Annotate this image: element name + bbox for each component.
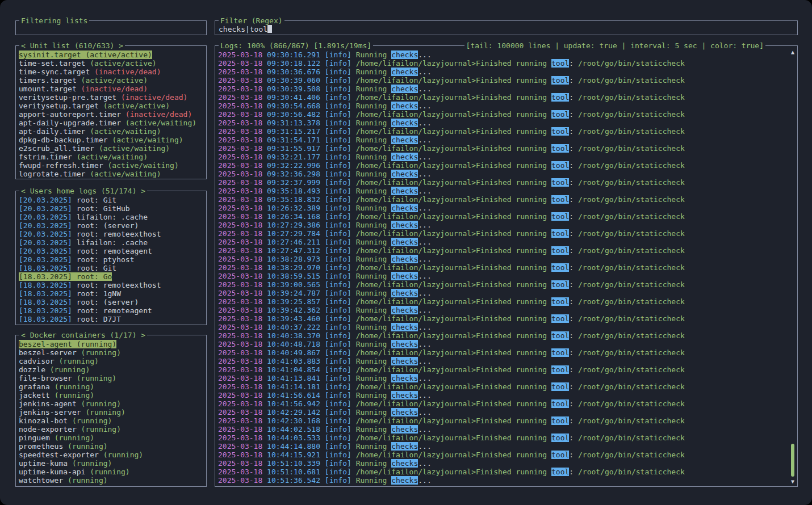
log-line[interactable]: 2025-03-18 10:39:25.857 [info] /home/lif… bbox=[218, 297, 785, 306]
docker-container-item[interactable]: cadvisor (running) bbox=[19, 357, 203, 365]
log-line[interactable]: 2025-03-18 10:26:32.389 [info] Running c… bbox=[218, 204, 785, 212]
unit-list-item[interactable]: apt-daily-upgrade.timer (active/waiting) bbox=[19, 119, 203, 127]
users-log-item[interactable]: [20.03.2025] root: GitHub bbox=[19, 204, 203, 213]
docker-container-item[interactable]: jenkins-agent (running) bbox=[19, 399, 203, 408]
logs-scrollbar[interactable]: ▲ ▼ bbox=[789, 48, 796, 485]
unit-list-item[interactable]: logrotate.timer (active/waiting) bbox=[19, 170, 203, 178]
log-line[interactable]: 2025-03-18 10:41:56.614 [info] Running c… bbox=[218, 391, 785, 399]
log-line[interactable]: 2025-03-18 10:41:03.883 [info] Running c… bbox=[218, 357, 785, 365]
unit-list-item[interactable]: apt-daily.timer (active/waiting) bbox=[19, 127, 203, 136]
log-line[interactable]: 2025-03-18 10:41:04.854 [info] /home/lif… bbox=[218, 365, 785, 374]
users-log-item[interactable]: [18.03.2025] root: remoteexthost bbox=[19, 281, 203, 289]
users-log-item[interactable]: [18.03.2025] root: 1gNW bbox=[19, 289, 203, 298]
docker-container-item[interactable]: pinguem (running) bbox=[19, 434, 203, 442]
log-line[interactable]: 2025-03-18 09:32:36.298 [info] Running c… bbox=[218, 170, 785, 178]
users-log-item[interactable]: [20.03.2025] root: ptyhost bbox=[19, 255, 203, 264]
users-log-item[interactable]: [20.03.2025] root: remoteagent bbox=[19, 247, 203, 255]
log-line[interactable]: 2025-03-18 10:39:43.460 [info] /home/lif… bbox=[218, 314, 785, 323]
docker-container-item[interactable]: watchtower (running) bbox=[19, 476, 203, 485]
users-log-item[interactable]: [18.03.2025] root: (server) bbox=[19, 298, 203, 306]
log-line[interactable]: 2025-03-18 09:30:54.668 [info] Running c… bbox=[218, 102, 785, 110]
log-line[interactable]: 2025-03-18 09:35:18.832 [info] /home/lif… bbox=[218, 195, 785, 204]
log-line[interactable]: 2025-03-18 10:41:13.841 [info] Running c… bbox=[218, 374, 785, 382]
log-line[interactable]: 2025-03-18 10:44:02.518 [info] Running c… bbox=[218, 425, 785, 434]
docker-container-item[interactable]: speedtest-exporter (running) bbox=[19, 451, 203, 459]
log-line[interactable]: 2025-03-18 09:32:37.999 [info] /home/lif… bbox=[218, 178, 785, 187]
log-line[interactable]: 2025-03-18 09:32:22.996 [info] /home/lif… bbox=[218, 161, 785, 170]
log-line[interactable]: 2025-03-18 10:40:37.222 [info] Running c… bbox=[218, 323, 785, 331]
docker-container-item[interactable]: kinozal-bot (running) bbox=[19, 416, 203, 425]
log-line[interactable]: 2025-03-18 10:26:34.168 [info] /home/lif… bbox=[218, 212, 785, 221]
log-line[interactable]: 2025-03-18 10:51:10.339 [info] Running c… bbox=[218, 459, 785, 468]
log-line[interactable]: 2025-03-18 09:30:39.060 [info] /home/lif… bbox=[218, 76, 785, 85]
log-line[interactable]: 2025-03-18 09:31:15.217 [info] /home/lif… bbox=[218, 127, 785, 136]
log-line[interactable]: 2025-03-18 09:30:16.291 [info] Running c… bbox=[218, 51, 785, 59]
log-line[interactable]: 2025-03-18 10:42:30.168 [info] /home/lif… bbox=[218, 416, 785, 425]
unit-list-item[interactable]: timers.target (active/active) bbox=[19, 76, 203, 85]
log-line[interactable]: 2025-03-18 10:51:36.542 [info] Running c… bbox=[218, 476, 785, 485]
log-line[interactable]: 2025-03-18 10:39:42.362 [info] Running c… bbox=[218, 306, 785, 314]
unit-list-item[interactable]: veritysetup.target (active/active) bbox=[19, 102, 203, 110]
scroll-down-icon[interactable]: ▼ bbox=[789, 479, 796, 485]
unit-list-item[interactable]: sysinit.target (active/active) bbox=[19, 51, 203, 59]
log-line[interactable]: 2025-03-18 09:31:13.378 [info] Running c… bbox=[218, 119, 785, 127]
users-log-item[interactable]: [20.03.2025] root: Git bbox=[19, 196, 203, 204]
log-line[interactable]: 2025-03-18 09:30:41.406 [info] /home/lif… bbox=[218, 93, 785, 102]
users-log-item[interactable]: [18.03.2025] root: Go bbox=[19, 272, 203, 281]
log-line[interactable]: 2025-03-18 10:38:59.515 [info] Running c… bbox=[218, 272, 785, 280]
log-line[interactable]: 2025-03-18 10:39:24.787 [info] Running c… bbox=[218, 289, 785, 297]
log-line[interactable]: 2025-03-18 10:51:10.681 [info] /home/lif… bbox=[218, 468, 785, 476]
log-line[interactable]: 2025-03-18 09:30:39.508 [info] Running c… bbox=[218, 85, 785, 93]
docker-container-item[interactable]: prometheus (running) bbox=[19, 442, 203, 451]
log-line[interactable]: 2025-03-18 10:27:29.784 [info] /home/lif… bbox=[218, 229, 785, 238]
log-line[interactable]: 2025-03-18 09:31:55.917 [info] /home/lif… bbox=[218, 144, 785, 153]
scrollbar-thumb[interactable] bbox=[791, 444, 794, 477]
unit-list-item[interactable]: dpkg-db-backup.timer (active/waiting) bbox=[19, 136, 203, 144]
log-line[interactable]: 2025-03-18 09:30:18.122 [info] /home/lif… bbox=[218, 59, 785, 68]
log-line[interactable]: 2025-03-18 10:44:03.533 [info] /home/lif… bbox=[218, 434, 785, 442]
log-line[interactable]: 2025-03-18 09:30:36.676 [info] Running c… bbox=[218, 68, 785, 76]
log-line[interactable]: 2025-03-18 10:38:29.970 [info] /home/lif… bbox=[218, 263, 785, 272]
log-line[interactable]: 2025-03-18 10:27:46.211 [info] Running c… bbox=[218, 238, 785, 246]
scroll-up-icon[interactable]: ▲ bbox=[789, 49, 796, 55]
log-line[interactable]: 2025-03-18 10:42:29.142 [info] Running c… bbox=[218, 408, 785, 416]
users-log-item[interactable]: [18.03.2025] root: D7JT bbox=[19, 315, 203, 323]
users-log-item[interactable]: [20.03.2025] lifailon: .cache bbox=[19, 238, 203, 247]
log-line[interactable]: 2025-03-18 10:40:49.867 [info] /home/lif… bbox=[218, 348, 785, 357]
log-line[interactable]: 2025-03-18 10:39:00.565 [info] /home/lif… bbox=[218, 280, 785, 289]
log-line[interactable]: 2025-03-18 10:41:56.942 [info] /home/lif… bbox=[218, 399, 785, 408]
log-line[interactable]: 2025-03-18 09:30:56.482 [info] /home/lif… bbox=[218, 110, 785, 119]
unit-list-item[interactable]: umount.target (inactive/dead) bbox=[19, 85, 203, 93]
users-log-item[interactable]: [20.03.2025] root: (server) bbox=[19, 221, 203, 230]
unit-list-item[interactable]: fstrim.timer (active/waiting) bbox=[19, 153, 203, 161]
docker-container-item[interactable]: uptime-kuma-api (running) bbox=[19, 468, 203, 476]
unit-list-item[interactable]: e2scrub_all.timer (active/waiting) bbox=[19, 144, 203, 153]
log-line[interactable]: 2025-03-18 10:38:28.973 [info] Running c… bbox=[218, 255, 785, 263]
log-line[interactable]: 2025-03-18 10:44:15.921 [info] /home/lif… bbox=[218, 451, 785, 459]
users-log-item[interactable]: [20.03.2025] lifailon: .cache bbox=[19, 213, 203, 221]
docker-container-item[interactable]: beszel-server (running) bbox=[19, 348, 203, 357]
docker-container-item[interactable]: jackett (running) bbox=[19, 391, 203, 399]
unit-list-item[interactable]: time-sync.target (inactive/dead) bbox=[19, 68, 203, 76]
log-line[interactable]: 2025-03-18 10:41:14.181 [info] /home/lif… bbox=[218, 382, 785, 391]
log-line[interactable]: 2025-03-18 10:40:48.718 [info] Running c… bbox=[218, 340, 785, 348]
filter-regex-input[interactable]: checks|tool bbox=[215, 21, 797, 35]
log-line[interactable]: 2025-03-18 09:32:21.177 [info] Running c… bbox=[218, 153, 785, 161]
docker-container-item[interactable]: file-browser (running) bbox=[19, 374, 203, 382]
log-line[interactable]: 2025-03-18 09:35:18.493 [info] Running c… bbox=[218, 187, 785, 195]
docker-container-item[interactable]: node-exporter (running) bbox=[19, 425, 203, 434]
unit-list-item[interactable]: veritysetup-pre.target (inactive/dead) bbox=[19, 93, 203, 102]
docker-container-item[interactable]: grafana (running) bbox=[19, 382, 203, 391]
log-line[interactable]: 2025-03-18 10:27:47.312 [info] /home/lif… bbox=[218, 246, 785, 255]
docker-container-item[interactable]: beszel-agent (running) bbox=[19, 340, 203, 348]
log-line[interactable]: 2025-03-18 10:40:38.370 [info] /home/lif… bbox=[218, 331, 785, 340]
unit-list-item[interactable]: apport-autoreport.timer (inactive/dead) bbox=[19, 110, 203, 119]
users-log-item[interactable]: [20.03.2025] root: remoteexthost bbox=[19, 230, 203, 238]
docker-container-item[interactable]: uptime-kuma (running) bbox=[19, 459, 203, 468]
users-log-item[interactable]: [18.03.2025] root: remoteagent bbox=[19, 306, 203, 315]
log-line[interactable]: 2025-03-18 10:44:14.880 [info] Running c… bbox=[218, 442, 785, 451]
docker-container-item[interactable]: dozzle (running) bbox=[19, 365, 203, 374]
unit-list-item[interactable]: fwupd-refresh.timer (active/waiting) bbox=[19, 161, 203, 170]
log-line[interactable]: 2025-03-18 10:27:29.386 [info] Running c… bbox=[218, 221, 785, 229]
docker-container-item[interactable]: jenkins-server (running) bbox=[19, 408, 203, 416]
